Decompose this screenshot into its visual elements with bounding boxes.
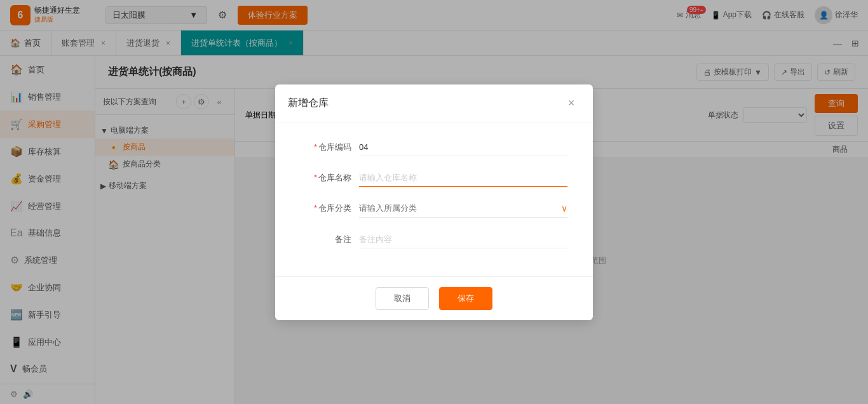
warehouse-code-label: 仓库编码 [301,142,351,153]
modal-body: 仓库编码 仓库名称 仓库分类 ∨ 备注 [275,123,593,276]
modal-overlay[interactable]: 新增仓库 × 仓库编码 仓库名称 仓库分类 ∨ [0,0,868,404]
modal-footer: 取消 保存 [275,276,593,320]
cancel-button[interactable]: 取消 [376,287,429,310]
warehouse-category-select[interactable]: ∨ [359,199,567,218]
warehouse-code-input[interactable] [359,138,567,156]
warehouse-code-row: 仓库编码 [301,138,567,156]
warehouse-category-row: 仓库分类 ∨ [301,199,567,218]
modal-title: 新增仓库 [288,97,329,110]
modal-close-button[interactable]: × [562,95,580,112]
category-dropdown-icon: ∨ [561,203,567,213]
warehouse-name-row: 仓库名称 [301,169,567,187]
warehouse-category-input[interactable] [359,203,561,213]
warehouse-name-label: 仓库名称 [301,172,351,184]
warehouse-remark-input[interactable] [359,231,567,248]
modal-header: 新增仓库 × [275,84,593,123]
add-warehouse-modal: 新增仓库 × 仓库编码 仓库名称 仓库分类 ∨ [275,84,593,320]
save-button[interactable]: 保存 [439,287,492,310]
warehouse-remark-row: 备注 [301,231,567,248]
warehouse-name-input[interactable] [359,169,567,187]
warehouse-category-label: 仓库分类 [301,203,351,214]
warehouse-remark-label: 备注 [301,234,351,245]
